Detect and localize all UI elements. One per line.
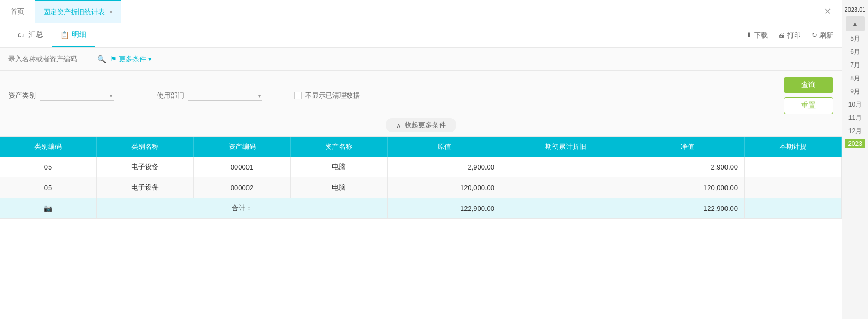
sidebar-month-5[interactable]: 5月 — [842, 32, 868, 45]
sidebar-date-header: 2023.01 — [842, 4, 868, 15]
collapse-button[interactable]: ∧ 收起更多条件 — [386, 118, 456, 132]
cell-net-value: 120,000.00 — [631, 177, 744, 198]
hide-cleared-checkbox[interactable] — [294, 92, 302, 99]
home-nav-item[interactable]: 首页 — [0, 0, 35, 23]
cell-asset-code: 000002 — [194, 177, 291, 198]
sidebar-month-9[interactable]: 9月 — [842, 85, 868, 98]
tab-summary[interactable]: 🗂 汇总 — [8, 23, 52, 47]
asset-category-label: 资产类别 — [8, 91, 36, 100]
sidebar-month-11[interactable]: 11月 — [842, 111, 868, 125]
active-tab[interactable]: 固定资产折旧统计表 × — [35, 0, 121, 23]
sidebar-month-12[interactable]: 12月 — [842, 125, 868, 138]
cell-current-depreciation — [745, 177, 842, 198]
cell-net-value: 2,900.00 — [631, 157, 744, 177]
cell-category-code: 05 — [0, 177, 97, 198]
table-row: 05 电子设备 000002 电脑 120,000.00 120,000.00 — [0, 177, 842, 198]
print-icon: 🖨 — [778, 31, 785, 39]
table-header-row: 类别编码 类别名称 资产编码 资产名称 原值 期初累计折旧 净值 本期计提 — [0, 137, 842, 157]
sidebar-month-7[interactable]: 7月 — [842, 59, 868, 72]
department-label: 使用部门 — [157, 91, 184, 100]
detail-icon: 📋 — [60, 31, 69, 39]
search-icon[interactable]: 🔍 — [97, 55, 106, 63]
total-accumulated-depreciation — [501, 198, 631, 219]
cell-accumulated-depreciation — [501, 157, 631, 177]
sidebar-month-8[interactable]: 8月 — [842, 72, 868, 85]
tab-detail[interactable]: 📋 明细 — [52, 23, 95, 47]
more-conditions-label: 更多条件 — [119, 54, 146, 64]
refresh-label: 刷新 — [819, 31, 833, 40]
sidebar-scroll-up-icon[interactable]: ▲ — [846, 16, 865, 31]
col-header-accumulated-depreciation: 期初累计折旧 — [501, 137, 631, 157]
department-arrow-icon: ▾ — [258, 93, 261, 99]
cell-category-name: 电子设备 — [97, 177, 194, 198]
department-input[interactable] — [188, 90, 262, 101]
sidebar-month-6[interactable]: 6月 — [842, 45, 868, 59]
hide-cleared-area: 不显示已清理数据 — [294, 91, 360, 100]
total-icon: 📷 — [0, 198, 97, 219]
data-table: 类别编码 类别名称 资产编码 资产名称 原值 期初累计折旧 净值 本期计提 05… — [0, 137, 842, 219]
collapse-bar: ∧ 收起更多条件 — [8, 118, 833, 132]
tab-detail-label: 明细 — [72, 30, 87, 40]
department-field: 使用部门 ▾ — [157, 90, 261, 101]
chevron-down-icon: ▾ — [148, 55, 152, 63]
top-nav: 首页 固定资产折旧统计表 × ✕ — [0, 0, 842, 23]
total-row: 📷 合计： 122,900.00 122,900.00 — [0, 198, 842, 219]
col-header-category-code: 类别编码 — [0, 137, 97, 157]
print-label: 打印 — [787, 31, 801, 40]
cell-category-name: 电子设备 — [97, 157, 194, 177]
window-close-icon[interactable]: ✕ — [824, 6, 842, 16]
sidebar-month-10[interactable]: 10月 — [842, 98, 868, 111]
tab-summary-label: 汇总 — [28, 30, 43, 40]
reset-button[interactable]: 重置 — [784, 97, 833, 114]
tab-close-icon[interactable]: × — [109, 8, 113, 16]
right-sidebar: 2023.01 ▲ 5月 6月 7月 8月 9月 10月 11月 12月 202… — [842, 0, 868, 319]
sidebar-year-badge[interactable]: 2023 — [845, 139, 865, 148]
refresh-icon: ↻ — [812, 31, 817, 39]
col-header-category-name: 类别名称 — [97, 137, 194, 157]
cell-current-depreciation — [745, 157, 842, 177]
toolbar-actions: ⬇ 下载 🖨 打印 ↻ 刷新 — [746, 31, 833, 40]
col-header-asset-name: 资产名称 — [290, 137, 387, 157]
more-conditions-button[interactable]: ⚑ 更多条件 ▾ — [110, 54, 152, 64]
cell-original-value: 120,000.00 — [387, 177, 501, 198]
total-current-depreciation — [745, 198, 842, 219]
collapse-icon: ∧ — [396, 121, 402, 129]
asset-category-arrow-icon: ▾ — [110, 93, 112, 99]
print-button[interactable]: 🖨 打印 — [778, 31, 801, 40]
asset-category-input[interactable] — [40, 90, 114, 101]
download-icon: ⬇ — [746, 31, 752, 39]
download-button[interactable]: ⬇ 下载 — [746, 31, 768, 40]
col-header-original-value: 原值 — [387, 137, 501, 157]
asset-category-field: 资产类别 ▾ — [8, 90, 112, 101]
cell-asset-name: 电脑 — [290, 177, 387, 198]
summary-icon: 🗂 — [17, 31, 25, 39]
table-row: 05 电子设备 000001 电脑 2,900.00 2,900.00 — [0, 157, 842, 177]
filter-actions: 查询 重置 — [784, 77, 833, 114]
search-input[interactable] — [8, 55, 93, 63]
cell-asset-code: 000001 — [194, 157, 291, 177]
advanced-filter: 资产类别 ▾ 使用部门 ▾ 不显示已清理数据 查询 重置 ∧ 收起更多条件 — [0, 71, 842, 137]
total-original-value: 122,900.00 — [387, 198, 501, 219]
collapse-label: 收起更多条件 — [405, 120, 446, 130]
tab-bar: 🗂 汇总 📋 明细 ⬇ 下载 🖨 打印 ↻ 刷新 — [0, 23, 842, 48]
table-wrapper: 类别编码 类别名称 资产编码 资产名称 原值 期初累计折旧 净值 本期计提 05… — [0, 137, 842, 319]
query-button[interactable]: 查询 — [784, 77, 833, 93]
col-header-net-value: 净值 — [631, 137, 744, 157]
filter-icon: ⚑ — [110, 55, 117, 63]
refresh-button[interactable]: ↻ 刷新 — [812, 31, 833, 40]
active-tab-label: 固定资产折旧统计表 — [43, 7, 105, 17]
search-bar: 🔍 ⚑ 更多条件 ▾ — [0, 48, 842, 71]
cell-accumulated-depreciation — [501, 177, 631, 198]
cell-asset-name: 电脑 — [290, 157, 387, 177]
hide-cleared-label: 不显示已清理数据 — [305, 91, 360, 100]
cell-category-code: 05 — [0, 157, 97, 177]
col-header-current-depreciation: 本期计提 — [745, 137, 842, 157]
download-label: 下载 — [754, 31, 768, 40]
col-header-asset-code: 资产编码 — [194, 137, 291, 157]
cell-original-value: 2,900.00 — [387, 157, 501, 177]
total-label: 合计： — [97, 198, 388, 219]
filter-row-1: 资产类别 ▾ 使用部门 ▾ 不显示已清理数据 查询 重置 — [8, 77, 833, 114]
total-net-value: 122,900.00 — [631, 198, 744, 219]
